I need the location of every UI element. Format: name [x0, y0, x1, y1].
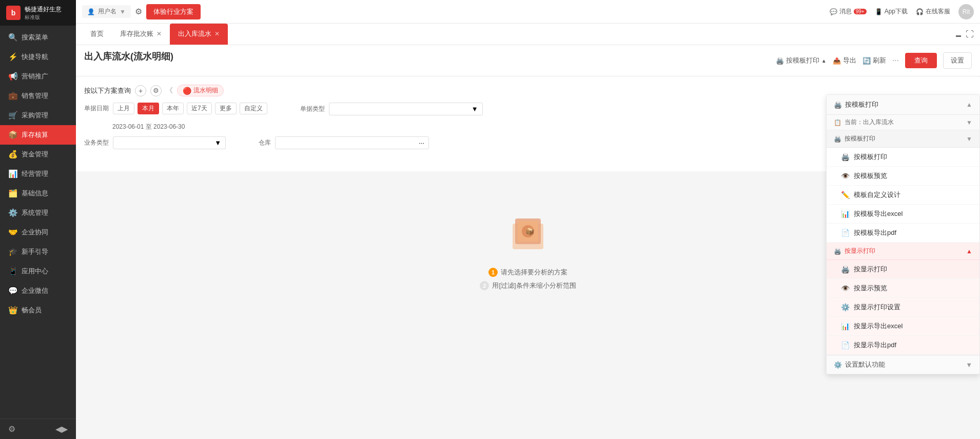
tab-home[interactable]: 首页 [82, 24, 112, 45]
warehouse-select[interactable]: ··· [275, 136, 429, 149]
type-field-label: 单据类型 [300, 105, 325, 113]
dropdown-template-preview[interactable]: 👁️ 按模板预览 [827, 167, 979, 186]
filter-chip-liushuimingxi[interactable]: 🔴 流水明细 [177, 85, 224, 96]
date-btn-custom[interactable]: 自定义 [240, 103, 267, 114]
display-section-label: 按显示打印 [845, 247, 875, 255]
tab-flow[interactable]: 出入库流水 ✕ [170, 24, 228, 45]
filter-chip-label: 流水明细 [193, 86, 218, 95]
cart-icon: 🛒 [8, 111, 17, 120]
more-options-icon[interactable]: ··· [892, 56, 899, 65]
display-print-item-icon: 🖨️ [841, 265, 850, 273]
date-btn-7days[interactable]: 近7天 [187, 103, 212, 114]
sidebar-item-wechat[interactable]: 💬 企业微信 [0, 281, 76, 301]
sidebar-label: 营销推广 [22, 72, 48, 81]
date-btn-this-month[interactable]: 本月 [138, 103, 159, 114]
setup-button[interactable]: 设置 [943, 52, 972, 69]
date-btn-last-month[interactable]: 上月 [113, 103, 134, 114]
dropdown-template-pdf[interactable]: 📄 按模板导出pdf [827, 224, 979, 243]
sidebar-item-basic[interactable]: 🗂️ 基础信息 [0, 184, 76, 203]
sidebar-item-purchase[interactable]: 🛒 采购管理 [0, 106, 76, 125]
header-actions: 🖨️ 按模板打印 ▲ 📤 导出 🔄 刷新 ··· 查询 设置 [776, 52, 972, 69]
date-btn-more[interactable]: 更多 [215, 103, 237, 114]
sidebar-footer: ⚙ ◀▶ [0, 418, 76, 439]
notifications-action[interactable]: 💬 消息 99+ [830, 7, 867, 16]
item-label: 按模板打印 [854, 152, 887, 162]
display-excel-icon: 📊 [841, 322, 850, 330]
export-action[interactable]: 📤 导出 [833, 56, 856, 65]
sidebar-label: 资金管理 [22, 150, 48, 159]
tab-close-flow[interactable]: ✕ [214, 30, 220, 37]
sidebar-item-finance[interactable]: 💰 资金管理 [0, 145, 76, 164]
sidebar-nav: 🔍 搜索菜单 ⚡ 快捷导航 📢 营销推广 💼 销售管理 🛒 采购管理 📦 库存核… [0, 26, 76, 418]
tab-close-batch[interactable]: ✕ [156, 30, 162, 37]
sidebar-item-inventory[interactable]: 📦 库存核算 [0, 125, 76, 145]
header-settings-icon[interactable]: ⚙ [135, 7, 142, 16]
sidebar-label: 企业协同 [22, 228, 48, 237]
dropdown-display-excel[interactable]: 📊 按显示导出excel [827, 317, 979, 336]
warehouse-more-icon[interactable]: ··· [419, 139, 424, 147]
display-print-section: 🖨️ 按显示打印 ▲ 🖨️ 按显示打印 👁️ 按显示预览 ⚙️ 按显示打印设置 [827, 243, 979, 355]
sidebar-item-operations[interactable]: 📊 经营管理 [0, 164, 76, 184]
app-download-action[interactable]: 📱 App下载 [875, 7, 908, 16]
sidebar-label: 经营管理 [22, 169, 48, 178]
dropdown-display-pdf[interactable]: 📄 按显示导出pdf [827, 336, 979, 355]
display-preview-icon: 👁️ [841, 284, 850, 292]
settings-footer-icon[interactable]: ⚙ [8, 424, 15, 434]
dropdown-display-preview[interactable]: 👁️ 按显示预览 [827, 279, 979, 298]
sidebar-item-system[interactable]: ⚙️ 系统管理 [0, 203, 76, 223]
page-header-bar: 出入库流水(流水明细) 🖨️ 按模板打印 ▲ 📤 导出 🔄 刷新 ··· 查询 … [76, 45, 980, 76]
tab-expand-button[interactable]: ⛶ [966, 30, 974, 39]
pdf-item-icon: 📄 [841, 229, 850, 237]
add-filter-button[interactable]: + [135, 85, 146, 96]
phone-download-icon: 📱 [875, 8, 883, 15]
dropdown-display-print[interactable]: 🖨️ 按显示打印 [827, 260, 979, 279]
print-template-action[interactable]: 🖨️ 按模板打印 ▲ [776, 56, 827, 65]
dropdown-template-print[interactable]: 🖨️ 按模板打印 [827, 148, 979, 167]
dropdown-display-print-settings[interactable]: ⚙️ 按显示打印设置 [827, 298, 979, 317]
customer-service-action[interactable]: 🎧 在线客服 [916, 7, 950, 16]
dropdown-template-excel[interactable]: 📊 按模板导出excel [827, 205, 979, 224]
sidebar-label: 系统管理 [22, 208, 48, 217]
current-flow-label: 📋 当前：出入库流水 ▼ [827, 115, 979, 130]
print-dropdown-panel: 🖨️ 按模板打印 ▲ 📋 当前：出入库流水 ▼ 🖨️ 按模板打印 [826, 94, 980, 374]
query-button[interactable]: 查询 [905, 53, 937, 68]
business-select[interactable]: ▼ [113, 136, 226, 149]
print-chevron-up-icon: ▲ [821, 58, 827, 64]
dropdown-footer[interactable]: ⚙️ 设置默认功能 ▼ [827, 355, 979, 374]
date-btn-this-year[interactable]: 本年 [162, 103, 184, 114]
user-info[interactable]: 👤 用户名 ▼ [82, 5, 131, 18]
dropdown-title: 🖨️ 按模板打印 [834, 100, 878, 109]
sidebar-item-shortcut[interactable]: ⚡ 快捷导航 [0, 47, 76, 67]
collapse-sidebar-icon[interactable]: ◀▶ [55, 424, 68, 434]
dropdown-chevron-up-icon[interactable]: ▲ [966, 101, 972, 108]
sidebar-item-sales[interactable]: 💼 销售管理 [0, 86, 76, 106]
refresh-action[interactable]: 🔄 刷新 [863, 56, 886, 65]
print-template-label: 按模板打印 [786, 56, 819, 65]
sidebar-label: 畅会员 [22, 306, 42, 315]
sidebar-item-guide[interactable]: 🎓 新手引导 [0, 242, 76, 262]
inventory-icon: 📦 [8, 130, 17, 139]
tab-minimize-button[interactable]: 🗕 [954, 30, 963, 39]
filter-collapse-icon[interactable]: 《 [166, 86, 173, 95]
tab-batch[interactable]: 库存批次账 ✕ [112, 24, 170, 45]
export-label: 导出 [843, 56, 856, 65]
sidebar-item-appstore[interactable]: 📱 应用中心 [0, 262, 76, 281]
page-title: 出入库流水(流水明细) [84, 50, 173, 63]
sidebar-item-marketing[interactable]: 📢 营销推广 [0, 67, 76, 86]
main-area: 👤 用户名 ▼ ⚙ 体验行业方案 💬 消息 99+ 📱 App下载 🎧 在线客服… [76, 0, 980, 439]
sidebar-item-collab[interactable]: 🤝 企业协同 [0, 223, 76, 242]
business-field-label: 业务类型 [84, 138, 109, 147]
type-select[interactable]: ▼ [329, 103, 483, 115]
industry-solution-button[interactable]: 体验行业方案 [146, 4, 201, 19]
step-text-2: 用[过滤]条件来缩小分析范围 [492, 281, 576, 290]
sidebar-item-search[interactable]: 🔍 搜索菜单 [0, 28, 76, 47]
sidebar: b 畅捷通好生意 标准版 🔍 搜索菜单 ⚡ 快捷导航 📢 营销推广 💼 销售管理… [0, 0, 76, 439]
guide-icon: 🎓 [8, 247, 17, 256]
dropdown-template-customize[interactable]: ✏️ 模板自定义设计 [827, 186, 979, 205]
tab-bar-actions: 🗕 ⛶ [954, 30, 974, 39]
chat-icon: 💬 [8, 286, 17, 295]
footer-label: 设置默认功能 [845, 360, 885, 369]
filter-settings-button[interactable]: ⚙ [150, 85, 162, 96]
sidebar-item-member[interactable]: 👑 畅会员 [0, 301, 76, 320]
avatar[interactable]: Rit [958, 4, 974, 19]
